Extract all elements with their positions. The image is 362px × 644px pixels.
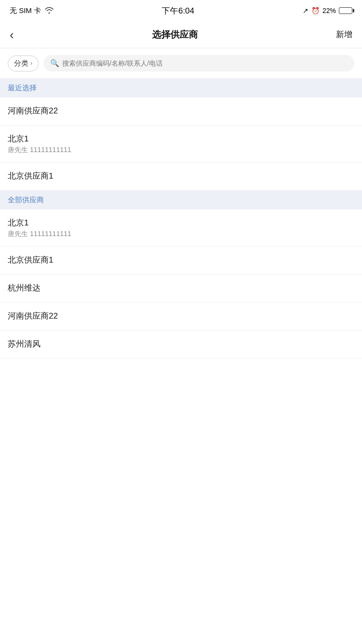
list-item[interactable]: 北京供应商1: [0, 247, 362, 275]
list-item-name: 苏州清风: [8, 338, 354, 350]
status-right: ↗ ⏰ 22%: [303, 7, 352, 14]
list-item[interactable]: 苏州清风: [0, 331, 362, 359]
category-button[interactable]: 分类 ›: [8, 56, 39, 71]
list-item[interactable]: 北京1唐先生 11111111111: [0, 210, 362, 247]
status-bar: 无 SIM 卡 下午6:04 ↗ ⏰ 22%: [0, 0, 362, 21]
list-item-name: 河南供应商22: [8, 105, 354, 116]
list-item[interactable]: 北京1唐先生 11111111111: [0, 126, 362, 163]
location-icon: ↗: [303, 7, 308, 14]
sim-text: 无 SIM 卡: [10, 6, 41, 15]
list-item-name: 北京供应商1: [8, 170, 354, 182]
search-input[interactable]: [62, 59, 348, 67]
list-item[interactable]: 河南供应商22: [0, 98, 362, 126]
all-section-title: 全部供应商: [8, 196, 44, 204]
list-item-sub: 唐先生 11111111111: [8, 230, 354, 238]
battery-percent: 22%: [322, 7, 336, 14]
add-button[interactable]: 新增: [336, 29, 352, 40]
search-area: 分类 › 🔍: [0, 48, 362, 79]
list-item-name: 北京供应商1: [8, 254, 354, 266]
list-item-sub: 唐先生 11111111111: [8, 146, 354, 154]
category-label: 分类: [14, 59, 28, 68]
list-item[interactable]: 北京供应商1: [0, 163, 362, 191]
list-item-name: 北京1: [8, 217, 354, 228]
all-section-header: 全部供应商: [0, 191, 362, 210]
search-input-wrap[interactable]: 🔍: [43, 55, 354, 71]
status-time: 下午6:04: [162, 5, 194, 16]
all-list: 北京1唐先生 11111111111北京供应商1杭州维达河南供应商22苏州清风: [0, 210, 362, 359]
list-item[interactable]: 杭州维达: [0, 275, 362, 303]
back-button[interactable]: ‹: [10, 28, 14, 41]
alarm-icon: ⏰: [311, 7, 320, 14]
list-item-name: 杭州维达: [8, 282, 354, 294]
battery-icon: [339, 7, 352, 14]
nav-bar: ‹ 选择供应商 新增: [0, 21, 362, 48]
search-icon: 🔍: [50, 59, 59, 68]
list-item-name: 北京1: [8, 133, 354, 144]
wifi-icon: [45, 7, 54, 15]
list-item-name: 河南供应商22: [8, 310, 354, 322]
nav-title: 选择供应商: [152, 28, 198, 41]
status-left: 无 SIM 卡: [10, 6, 54, 15]
list-item[interactable]: 河南供应商22: [0, 303, 362, 331]
chevron-right-icon: ›: [30, 60, 32, 67]
recent-section-header: 最近选择: [0, 79, 362, 98]
recent-list: 河南供应商22北京1唐先生 11111111111北京供应商1: [0, 98, 362, 191]
recent-section-title: 最近选择: [8, 84, 37, 92]
